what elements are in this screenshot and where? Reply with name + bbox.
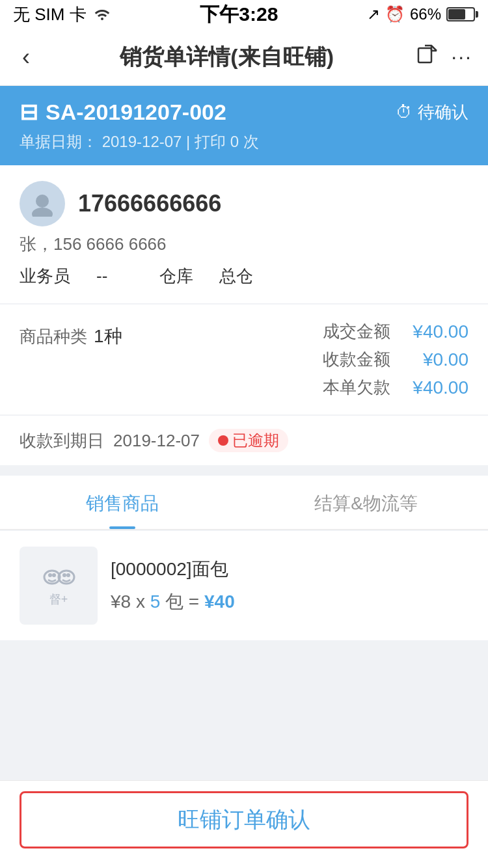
product-thumbnail: 督+ [20, 547, 98, 625]
wifi-icon [93, 5, 111, 25]
product-unit: 包 [165, 591, 183, 612]
category-label: 商品种类 [20, 325, 87, 348]
due-value: ¥40.00 [403, 377, 468, 398]
customer-phone: 17666666666 [78, 190, 221, 217]
due-date-label: 收款到期日 [20, 429, 104, 452]
product-qty: 5 [150, 591, 161, 612]
order-status: ⏱ 待确认 [396, 101, 468, 124]
staff-label: 业务员 [20, 265, 70, 288]
overdue-badge: 已逾期 [209, 429, 288, 452]
nav-bar: ‹ 销货单详情(来自旺铺) ··· [0, 29, 488, 86]
bottom-space [0, 640, 488, 770]
svg-point-6 [48, 573, 52, 577]
amounts-right: 成交金额 ¥40.00 收款金额 ¥0.00 本单欠款 ¥40.00 [323, 320, 468, 399]
product-price-line: ¥8 x 5 包 = ¥40 [111, 590, 468, 614]
page-title: 销货单详情(来自旺铺) [120, 42, 334, 72]
avatar [20, 181, 65, 226]
deal-label: 成交金额 [323, 320, 390, 343]
tab-sales[interactable]: 销售商品 [0, 476, 244, 529]
product-thumb-label: 督+ [49, 591, 68, 607]
product-equals: = [189, 591, 204, 612]
product-price: ¥8 [111, 591, 131, 612]
alarm-icon: ⏰ [385, 5, 405, 23]
status-left: 无 SIM 卡 [13, 3, 111, 26]
nav-actions: ··· [417, 44, 472, 70]
product-total: ¥40 [204, 591, 235, 612]
tabs-section: 销售商品 结算&物流等 [0, 476, 488, 530]
svg-point-3 [36, 195, 49, 208]
received-amount-row: 收款金额 ¥0.00 [323, 348, 468, 371]
status-right: ↗ ⏰ 66% [367, 5, 475, 23]
due-date-value: 2019-12-07 [113, 431, 200, 451]
warehouse-label: 仓库 [159, 265, 193, 288]
svg-rect-0 [418, 48, 431, 62]
staff-value: -- [96, 266, 107, 286]
back-button[interactable]: ‹ [16, 37, 36, 77]
svg-point-7 [52, 573, 56, 577]
received-label: 收款金额 [323, 348, 390, 371]
deal-value: ¥40.00 [403, 321, 468, 342]
bottom-bar: 旺铺订单确认 [0, 780, 488, 868]
products-section: 督+ [0000002]面包 ¥8 x 5 包 = ¥40 [0, 531, 488, 640]
customer-section: 17666666666 张，156 6666 6666 业务员 -- 仓库 总仓 [0, 165, 488, 303]
svg-point-10 [66, 573, 70, 577]
customer-name: 张，156 6666 6666 [20, 233, 468, 256]
svg-point-9 [62, 573, 66, 577]
product-item: 督+ [0000002]面包 ¥8 x 5 包 = ¥40 [20, 547, 468, 625]
order-icon: ⊟ [20, 99, 38, 125]
category-value: 1种 [94, 324, 122, 349]
order-date-line: 单据日期： 2019-12-07 | 打印 0 次 [20, 131, 468, 152]
deal-amount-row: 成交金额 ¥40.00 [323, 320, 468, 343]
status-clock-icon: ⏱ [396, 102, 413, 122]
customer-meta: 业务员 -- 仓库 总仓 [20, 265, 468, 288]
location-icon: ↗ [367, 5, 380, 23]
amounts-section: 商品种类 1种 成交金额 ¥40.00 收款金额 ¥0.00 本单欠款 ¥40.… [0, 305, 488, 414]
confirm-order-button[interactable]: 旺铺订单确认 [20, 791, 468, 848]
product-info: [0000002]面包 ¥8 x 5 包 = ¥40 [111, 557, 468, 614]
due-section: 收款到期日 2019-12-07 已逾期 [0, 416, 488, 465]
status-bar: 无 SIM 卡 下午3:28 ↗ ⏰ 66% [0, 0, 488, 29]
order-header: ⊟ SA-20191207-002 ⏱ 待确认 单据日期： 2019-12-07… [0, 86, 488, 165]
warehouse-value: 总仓 [219, 265, 253, 288]
overdue-label: 已逾期 [232, 430, 279, 451]
battery-percentage: 66% [410, 5, 441, 23]
status-time: 下午3:28 [200, 1, 278, 28]
due-amount-row: 本单欠款 ¥40.00 [323, 376, 468, 399]
received-value: ¥0.00 [403, 349, 468, 370]
battery-icon [446, 7, 475, 21]
tab-settle[interactable]: 结算&物流等 [244, 476, 488, 529]
svg-point-4 [32, 208, 53, 217]
carrier-label: 无 SIM 卡 [13, 3, 87, 26]
due-label: 本单欠款 [323, 376, 390, 399]
more-icon[interactable]: ··· [451, 45, 472, 69]
order-id: ⊟ SA-20191207-002 [20, 99, 226, 125]
product-name: [0000002]面包 [111, 557, 468, 582]
product-multiply: x [136, 591, 150, 612]
overdue-dot-icon [218, 435, 228, 446]
share-icon[interactable] [417, 44, 438, 70]
amounts-left: 商品种类 1种 [20, 320, 122, 349]
